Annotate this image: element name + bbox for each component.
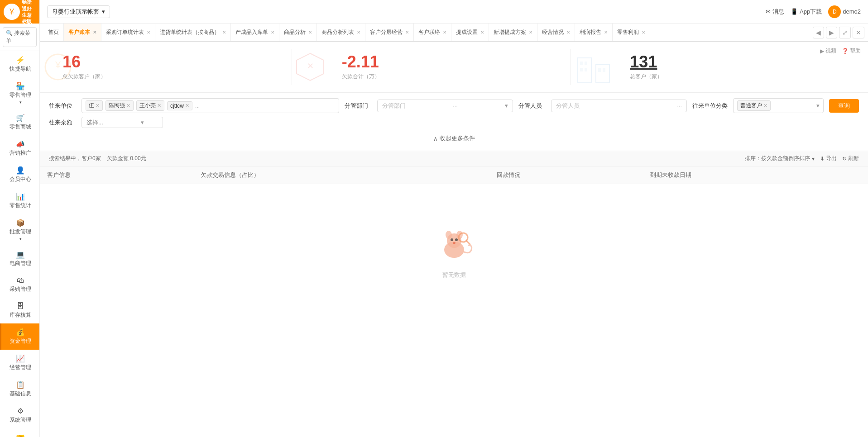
filter-tag-2-close[interactable]: ✕ (126, 103, 130, 109)
sidebar-item-member-center[interactable]: 👤 会员中心 (0, 162, 39, 188)
tab-retail-profit-close[interactable]: ✕ (642, 30, 645, 35)
export-button[interactable]: ⬇ 导出 (820, 155, 837, 162)
filter-more-tags[interactable]: ... (195, 103, 200, 109)
unit-balance-field[interactable] (86, 119, 141, 126)
tab-ops-situation-close[interactable]: ✕ (566, 30, 570, 35)
unit-category-tag-close[interactable]: ✕ (763, 103, 767, 109)
tab-new-mention-plan-close[interactable]: ✕ (529, 30, 532, 35)
svg-rect-9 (598, 68, 601, 72)
filter-tag-4[interactable]: cjttcw ✕ (167, 101, 192, 110)
refresh-button[interactable]: ↻ 刷新 (842, 155, 859, 162)
sidebar-item-marketing[interactable]: 📣 营销推广 (0, 135, 39, 162)
sidebar-item-finance-manage[interactable]: 💰 资金管理 (0, 323, 39, 350)
search-menu-button[interactable]: 🔍 搜索菜单 (3, 27, 37, 47)
tab-product-analysis-list[interactable]: 商品分析列表✕ (317, 24, 365, 42)
sidebar-item-quick-nav[interactable]: ⚡ 快捷导航 (0, 51, 39, 77)
table-header-row: 客户信息 欠款交易信息（占比） 回款情况 到期未收款日期 (40, 166, 868, 184)
app-selector[interactable]: 母婴行业演示帐套 ▾ (47, 5, 110, 18)
tab-customer-tier-label: 客户分层经营 (370, 28, 403, 36)
tab-close-all-button[interactable]: ✕ (853, 27, 864, 38)
empty-text: 暂无数据 (442, 271, 466, 279)
sidebar-search-area[interactable]: 🔍 搜索菜单 (0, 24, 39, 51)
tab-customer-book-close[interactable]: ✕ (93, 30, 96, 35)
filter-tag-1[interactable]: 伍 ✕ (86, 100, 103, 111)
tab-mention-settings[interactable]: 提成设置✕ (451, 24, 489, 42)
tab-ops-situation-label: 经营情况 (542, 28, 564, 36)
tab-new-mention-plan[interactable]: 新增提成方案✕ (489, 24, 537, 42)
user-profile-button[interactable]: D demo2 (828, 5, 861, 18)
branch-dept-select[interactable]: 分管部门 ··· ▾ (377, 100, 513, 112)
tab-purchase-order-stats[interactable]: 采购订单统计表✕ (101, 24, 155, 42)
tab-mention-settings-close[interactable]: ✕ (480, 30, 484, 35)
stat-overdue-amount-value: -2.11 (342, 54, 379, 70)
filter-tag-4-close[interactable]: ✕ (185, 103, 189, 109)
video-help-button[interactable]: ▶ 视频 (820, 47, 836, 55)
sidebar-item-ops-manage[interactable]: 📈 经营管理 (0, 350, 39, 376)
tab-home[interactable]: 首页 (43, 24, 64, 42)
tab-product-analysis-list-close[interactable]: ✕ (357, 30, 360, 35)
tabs-list: 首页客户账本✕采购订单统计表✕进货单统计表（按商品）✕产成品入库单✕商品分析✕商… (43, 24, 813, 42)
filter-tag-3-close[interactable]: ✕ (157, 103, 161, 109)
tab-home-label: 首页 (48, 28, 59, 36)
sort-select[interactable]: 排序：按欠款金额倒序排序 ▾ (745, 155, 815, 162)
tab-customer-tier-close[interactable]: ✕ (405, 30, 409, 35)
sidebar-item-sys-manage[interactable]: ⚙ 系统管理 (0, 402, 39, 428)
unit-category-select[interactable]: 普通客户 ✕ ▾ (733, 98, 824, 113)
tab-product-analysis-list-label: 商品分析列表 (321, 28, 354, 36)
retail-stats-icon: 📊 (16, 192, 25, 201)
finance-manage-label: 资金管理 (10, 337, 31, 345)
help-button[interactable]: ❓ 帮助 (842, 47, 861, 55)
retail-stats-label: 零售统计 (10, 202, 31, 209)
wholesale-manage-label: 批发管理 (10, 228, 31, 236)
tab-product-analysis-close[interactable]: ✕ (308, 30, 312, 35)
sidebar-item-retail-manage[interactable]: 🏪 零售管理 ▾ (0, 77, 39, 109)
sidebar-item-purchase-manage[interactable]: 🛍 采购管理 (0, 272, 39, 298)
tab-customer-contact-close[interactable]: ✕ (443, 30, 446, 35)
app-selector-label: 母婴行业演示帐套 (52, 8, 99, 16)
stat-overdue-amount-label: 欠款合计（万） (342, 73, 380, 81)
tab-product-instock[interactable]: 产成品入库单✕ (231, 24, 279, 42)
tab-customer-book[interactable]: 客户账本✕ (64, 24, 101, 42)
tab-product-instock-close[interactable]: ✕ (271, 30, 274, 35)
message-button[interactable]: ✉ 消息 (766, 8, 784, 16)
unit-balance-input[interactable]: ▾ (82, 117, 163, 128)
svg-rect-6 (585, 62, 587, 65)
sidebar-item-inventory-check[interactable]: 🗄 库存核算 (0, 298, 39, 323)
tab-purchase-order-stats-close[interactable]: ✕ (147, 30, 150, 35)
unit-balance-arrow-icon[interactable]: ▾ (141, 119, 144, 126)
tab-purchase-instock-stats[interactable]: 进货单统计表（按商品）✕ (155, 24, 231, 42)
sidebar-item-wholesale-manage[interactable]: 📦 批发管理 ▾ (0, 214, 39, 246)
tab-purchase-instock-stats-close[interactable]: ✕ (222, 30, 226, 35)
tab-profit-report[interactable]: 利润报告✕ (575, 24, 613, 42)
filter-tags-unit[interactable]: 伍 ✕ 陈民强 ✕ 王小亮 ✕ cjttcw ✕ ... (82, 98, 339, 113)
tab-customer-tier[interactable]: 客户分层经营✕ (365, 24, 414, 42)
tab-ops-situation[interactable]: 经营情况✕ (537, 24, 575, 42)
sidebar-item-ecom-manage[interactable]: 💻 电商管理 (0, 246, 39, 272)
branch-person-select[interactable]: 分管人员 ··· (551, 100, 687, 112)
tab-product-analysis[interactable]: 商品分析✕ (279, 24, 317, 42)
tab-retail-profit[interactable]: 零售利润✕ (613, 24, 650, 42)
sidebar-item-enterprise-coop[interactable]: 🤝 企业协同 (0, 428, 39, 437)
tab-customer-contact[interactable]: 客户联络✕ (414, 24, 451, 42)
unit-category-tag[interactable]: 普通客户 ✕ (737, 100, 771, 111)
basic-info-label: 基础信息 (10, 390, 31, 398)
sidebar-item-retail-stats[interactable]: 📊 零售统计 (0, 188, 39, 214)
sidebar-item-retail-store[interactable]: 🛒 零售商城 (0, 109, 39, 135)
tab-scroll-right-button[interactable]: ▶ (826, 27, 837, 38)
basic-info-icon: 📋 (16, 380, 25, 389)
svg-rect-10 (603, 68, 605, 72)
tab-profit-report-close[interactable]: ✕ (604, 30, 608, 35)
help-area: ▶ 视频 ❓ 帮助 (820, 47, 861, 55)
app-download-button[interactable]: 📱 App下载 (791, 8, 822, 16)
filter-tag-1-close[interactable]: ✕ (96, 103, 100, 109)
query-button[interactable]: 查询 (829, 99, 859, 113)
stat-overdue-customers-value: 16 (62, 54, 81, 70)
sidebar-item-basic-info[interactable]: 📋 基础信息 (0, 376, 39, 402)
tab-scroll-left-button[interactable]: ◀ (813, 27, 824, 38)
tab-maximize-button[interactable]: ⤢ (839, 27, 851, 38)
filter-tag-2[interactable]: 陈民强 ✕ (106, 100, 134, 111)
filter-tag-3[interactable]: 王小亮 ✕ (136, 100, 164, 111)
collapse-arrow-icon: ∧ (433, 135, 438, 142)
collapse-filters-button[interactable]: ∧ 收起更多条件 (49, 132, 859, 145)
sys-manage-label: 系统管理 (10, 416, 31, 424)
